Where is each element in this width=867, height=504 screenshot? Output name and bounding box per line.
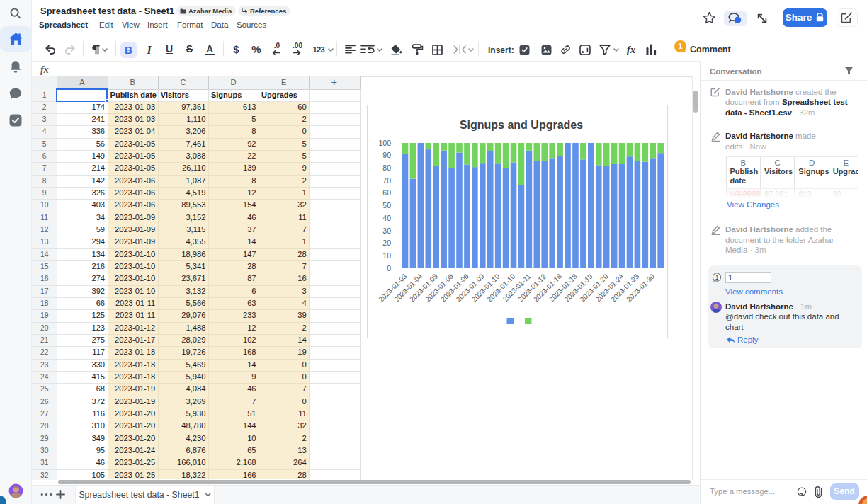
svg-text:90: 90 [382,151,391,159]
svg-text:30: 30 [382,227,391,235]
svg-text:Signups and Upgrades: Signups and Upgrades [460,119,583,131]
svg-text:1: 1 [715,274,719,281]
svg-text:50: 50 [382,201,391,210]
svg-text:20: 20 [382,239,391,247]
svg-text:100: 100 [378,139,391,147]
svg-text:60: 60 [382,188,391,197]
svg-text:1: 1 [678,42,682,50]
svg-text:0: 0 [387,264,391,273]
svg-text:80: 80 [382,164,391,172]
svg-text:70: 70 [382,176,391,185]
svg-text:10: 10 [382,251,391,260]
svg-text:40: 40 [382,214,391,222]
